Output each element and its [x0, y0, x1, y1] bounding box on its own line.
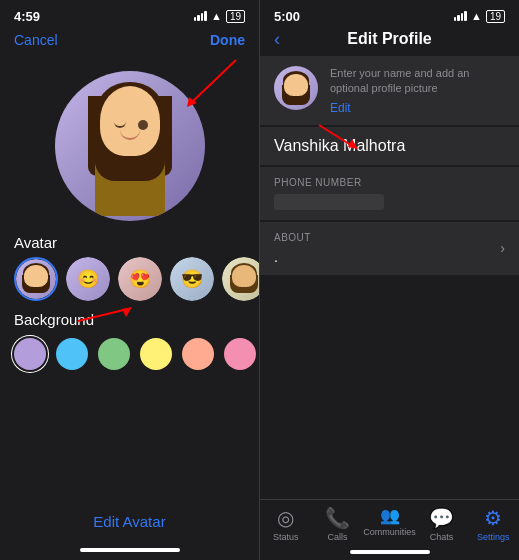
settings-nav-label: Settings [477, 532, 510, 542]
avatar-emoji-3: 😍 [129, 268, 151, 290]
battery-icon: 19 [226, 10, 245, 23]
phone-label: PHONE NUMBER [274, 177, 505, 188]
status-nav-icon: ◎ [277, 506, 294, 530]
svg-line-0 [191, 60, 236, 103]
nav-item-calls[interactable]: 📞 Calls [312, 506, 364, 542]
home-indicator-left [80, 548, 180, 552]
right-panel: 5:00 ▲ 19 ‹ Edit Profile Enter [259, 0, 519, 560]
color-swatch-2[interactable] [98, 338, 130, 370]
annotation-arrow [171, 55, 241, 115]
status-icons-right: ▲ 19 [454, 10, 505, 23]
color-swatch-1[interactable] [56, 338, 88, 370]
status-icons-left: ▲ 19 [194, 10, 245, 23]
nav-item-settings[interactable]: ⚙ Settings [467, 506, 519, 542]
color-swatch-0[interactable] [14, 338, 46, 370]
about-section[interactable]: ABOUT . › [260, 222, 519, 275]
about-value: . [274, 249, 500, 265]
avatar-options: 😊 😍 😎 [0, 257, 259, 301]
background-arrow [78, 303, 138, 327]
spacer-left [0, 374, 259, 501]
status-bar-left: 4:59 ▲ 19 [0, 0, 259, 28]
avatar-option-3[interactable]: 😍 [118, 257, 162, 301]
avatar-option-inner-1 [16, 259, 56, 299]
background-section-wrapper: Background [0, 301, 259, 334]
calls-nav-icon: 📞 [325, 506, 350, 530]
about-label: ABOUT [274, 232, 500, 243]
spacer-right [260, 277, 519, 499]
time-right: 5:00 [274, 9, 300, 24]
cancel-button[interactable]: Cancel [14, 32, 58, 48]
communities-nav-icon: 👥 [380, 506, 400, 525]
phone-value-bar[interactable] [274, 194, 384, 210]
status-bar-right: 5:00 ▲ 19 [260, 0, 519, 28]
home-indicator-right [350, 550, 430, 554]
edit-photo-button[interactable]: Edit [330, 101, 505, 115]
profile-thumbnail[interactable] [274, 66, 318, 110]
avatar-section-label: Avatar [0, 226, 259, 257]
profile-info: Enter your name and add an optional prof… [330, 66, 505, 115]
chevron-right-icon: › [500, 240, 505, 256]
time-left: 4:59 [14, 9, 40, 24]
top-bar-right: ‹ Edit Profile [260, 28, 519, 56]
avatar-emoji-4: 😎 [181, 268, 203, 290]
edit-arrow-annotation [314, 121, 364, 153]
chats-nav-label: Chats [430, 532, 454, 542]
nav-item-communities[interactable]: 👥 Communities [363, 506, 416, 542]
top-bar-left: Cancel Done [0, 28, 259, 56]
phone-section: PHONE NUMBER [260, 167, 519, 220]
svg-marker-3 [122, 307, 132, 317]
name-section: Vanshika Malhotra [260, 127, 519, 165]
mouth [120, 130, 140, 140]
avatar-option-selected[interactable] [14, 257, 58, 301]
battery-icon-right: 19 [486, 10, 505, 23]
profile-section: Enter your name and add an optional prof… [260, 56, 519, 125]
svg-marker-5 [348, 139, 358, 149]
avatar-emoji-2: 😊 [77, 268, 99, 290]
avatar-display-area [0, 66, 259, 226]
done-button[interactable]: Done [210, 32, 245, 48]
communities-nav-label: Communities [363, 527, 416, 537]
nav-item-chats[interactable]: 💬 Chats [416, 506, 468, 542]
color-swatch-5[interactable] [224, 338, 256, 370]
color-options [0, 334, 259, 374]
color-swatch-4[interactable] [182, 338, 214, 370]
svg-line-2 [78, 309, 128, 321]
left-eye [114, 122, 126, 128]
calls-nav-label: Calls [327, 532, 347, 542]
avatar-option-2[interactable]: 😊 [66, 257, 110, 301]
edit-avatar-button[interactable]: Edit Avatar [0, 501, 259, 542]
left-panel: 4:59 ▲ 19 Cancel Done [0, 0, 259, 560]
back-button[interactable]: ‹ [274, 29, 280, 50]
wifi-icon-right: ▲ [471, 10, 482, 22]
about-left: ABOUT . [274, 232, 500, 265]
avatar-option-5[interactable] [222, 257, 259, 301]
avatar-option-4[interactable]: 😎 [170, 257, 214, 301]
nav-item-status[interactable]: ◎ Status [260, 506, 312, 542]
signal-icon-right [454, 11, 467, 21]
settings-nav-icon: ⚙ [484, 506, 502, 530]
chats-nav-icon: 💬 [429, 506, 454, 530]
background-label: Background [0, 301, 259, 334]
signal-icon [194, 11, 207, 21]
right-eye [138, 120, 148, 130]
status-nav-label: Status [273, 532, 299, 542]
color-swatch-3[interactable] [140, 338, 172, 370]
page-title: Edit Profile [347, 30, 431, 48]
avatar-head [100, 86, 160, 156]
svg-line-4 [319, 125, 354, 147]
bottom-nav: ◎ Status 📞 Calls 👥 Communities 💬 Chats ⚙… [260, 499, 519, 546]
profile-hint-text: Enter your name and add an optional prof… [330, 66, 505, 97]
wifi-icon: ▲ [211, 10, 222, 22]
